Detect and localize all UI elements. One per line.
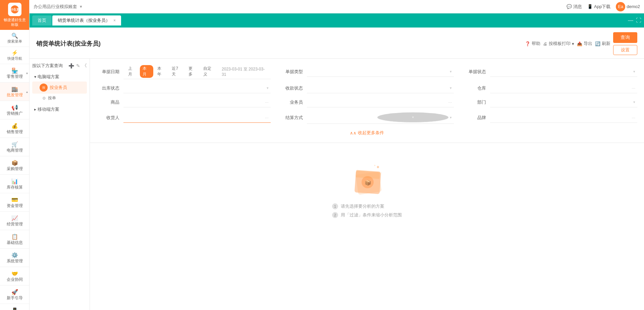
sidebar-item-system[interactable]: ⚙️ 系统管理 [0,249,29,267]
purchase-icon: 📦 [11,160,18,166]
sidebar-item-finance[interactable]: 💳 资金管理 [0,193,29,212]
export-btn[interactable]: 📤 导出 [577,41,592,47]
user-profile-btn[interactable]: Ea demo2 [616,2,640,11]
settlement-label: 结算方式 [280,115,303,121]
warehouse-label: 仓库 [463,85,486,91]
sidebar-item-retail[interactable]: 🏪 零售管理 ▾ [0,64,29,83]
retail-icon: 🏪 [11,67,18,74]
inventory-label: 库存核算 [7,185,23,190]
page-header: 销货单统计表(按业务员) ❓ 帮助 🖨 按模板打印 ▾ 📤 导出 [30,28,644,59]
settings-button[interactable]: 设置 [613,45,637,55]
tab-close-icon[interactable]: × [113,18,116,23]
svg-text:✧: ✧ [379,171,382,175]
messages-btn[interactable]: 💬 消息 [567,4,582,10]
tab-expand-icon[interactable]: ⛶ [636,17,641,23]
main-area: 办公用品行业模拟账套 ▾ 💬 消息 📱 App下载 Ea demo2 首页 [30,0,644,310]
docstatus-label: 单据状态 [463,69,486,75]
wholesale-icon: 🏬 [11,86,18,92]
salesperson-label: 业务员 [280,99,303,105]
settlement-dropdown-icon[interactable]: ▾ [450,115,452,120]
system-icon: ⚙️ [11,252,18,258]
basics-icon: 📋 [11,234,18,240]
quicknav-icon: ⚡ [11,50,18,56]
logo-icon: 好生意 [8,3,21,16]
schema-item-by-salesperson[interactable]: 按 按业务员 [32,82,87,94]
finance-icon: 💳 [11,197,18,203]
hint-1-text: 请先选择要分析的方案 [341,203,384,209]
recvstatus-dropdown-icon[interactable]: ▾ [450,86,452,90]
left-panel-title: 按以下方案查询 [32,63,63,69]
warehouse-dots-icon[interactable]: ··· [632,86,635,91]
sidebar-item-purchase[interactable]: 📦 采购管理 [0,156,29,175]
date-tab-7days[interactable]: 近7天 [169,65,184,78]
sidebar-item-enterprise[interactable]: 🤝 企业协同 [0,267,29,286]
brand-control: ··· [490,113,637,123]
page-title: 销货单统计表(按业务员) [36,40,101,48]
sidebar-logo[interactable]: 好生意 畅捷通好生意 标版 [0,0,29,30]
warehouse-control: ··· [490,83,637,93]
product-dots-icon[interactable]: ··· [265,100,269,105]
sidebar-item-inventory[interactable]: 📊 库存核算 [0,175,29,193]
date-tab-lastmonth[interactable]: 上月 [125,65,139,78]
page-header-actions: ❓ 帮助 🖨 按模板打印 ▾ 📤 导出 🔄 刷新 [525,32,637,55]
dept-dropdown-icon[interactable]: ▾ [633,100,635,104]
tab-sales-stats[interactable]: 销货单统计表（按业务员） × [52,15,121,25]
edit-schema-icon[interactable]: ✎ [76,63,80,68]
date-tab-more[interactable]: 更多 [186,65,199,78]
sidebar-item-wholesale[interactable]: 🏬 批发管理 ▴ [0,83,29,101]
sales-icon: 💰 [11,123,18,129]
schema-sub-item-label: 按单 [48,95,56,101]
sidebar-item-ecommerce[interactable]: 🛒 电商管理 [0,138,29,156]
sidebar-item-appcenter[interactable]: 📱 应用中心 [0,304,29,310]
enterprise-label: 企业协同 [7,277,23,282]
settlement-control: × ▾ [307,111,454,124]
sidebar-item-marketing[interactable]: 📢 营销推广 [0,101,29,119]
svg-text:✦: ✦ [374,164,376,167]
mobile-group-header[interactable]: ▸ 移动端方案 [32,105,87,114]
outstatus-control: ▾ [123,83,271,93]
date-label: 单据日期 [97,69,119,75]
logo-text: 畅捷通好生意 标版 [4,17,26,27]
sidebar-item-basics[interactable]: 📋 基础信息 [0,230,29,249]
date-tab-thisyear[interactable]: 本年 [155,65,168,78]
print-btn[interactable]: 🖨 按模板打印 ▾ [543,41,574,47]
sidebar-item-operations[interactable]: 📈 经营管理 [0,212,29,230]
refresh-icon: 🔄 [595,41,600,46]
query-button[interactable]: 查询 [613,32,637,43]
salesperson-dots-icon[interactable]: ··· [448,100,452,105]
system-label: 系统管理 [7,258,23,264]
outstatus-dropdown-icon[interactable]: ▾ [267,86,269,90]
message-icon: 💬 [567,4,572,9]
messages-label: 消息 [573,4,582,10]
topbar-dropdown-icon[interactable]: ▾ [80,4,82,9]
tab-minimize-icon[interactable]: — [628,17,633,23]
date-tab-custom[interactable]: 自定义 [201,65,218,78]
retail-label: 零售管理 [7,74,23,80]
settlement-clear-btn[interactable]: × [377,112,448,122]
desktop-group-header[interactable]: ▾ 电脑端方案 [32,72,87,82]
sidebar-search-menu[interactable]: 🔍 搜索菜单 [0,30,29,47]
sidebar-quicknav[interactable]: ⚡ 快捷导航 [0,47,29,64]
desktop-expand-icon: ▾ [34,74,36,79]
brand-dots-icon[interactable]: ··· [632,115,635,120]
collapse-panel-icon[interactable]: 《 [82,63,87,69]
docstatus-dropdown-icon[interactable]: ▾ [633,69,635,74]
collapse-more-btn[interactable]: ∧∧ 收起更多条件 [97,128,637,139]
home-tab-label: 首页 [38,17,46,23]
date-tabs: 上月 本月 本年 近7天 更多 自定义 [125,65,218,78]
consignee-dots-icon[interactable]: ··· [265,115,269,120]
doctype-dropdown-icon[interactable]: ▾ [450,69,452,74]
refresh-btn[interactable]: 🔄 刷新 [595,41,610,47]
filter-row-1: 单据日期 上月 本月 本年 近7天 更多 自定义 20 [97,64,637,79]
export-label: 导出 [584,41,592,47]
print-dropdown-icon[interactable]: ▾ [572,41,574,46]
tab-home[interactable]: 首页 [32,15,52,25]
schema-sub-item-by-order[interactable]: ⚙ 按单 [32,94,87,103]
sidebar-item-newuser[interactable]: 🚀 新手引导 [0,286,29,304]
help-btn[interactable]: ❓ 帮助 [525,41,540,47]
date-tab-thismonth[interactable]: 本月 [140,65,153,78]
add-schema-icon[interactable]: ➕ [68,63,74,68]
sidebar-item-sales[interactable]: 💰 销售管理 [0,119,29,138]
app-download-btn[interactable]: 📱 App下载 [587,4,610,10]
collapse-up-icon: ∧∧ [350,131,357,136]
